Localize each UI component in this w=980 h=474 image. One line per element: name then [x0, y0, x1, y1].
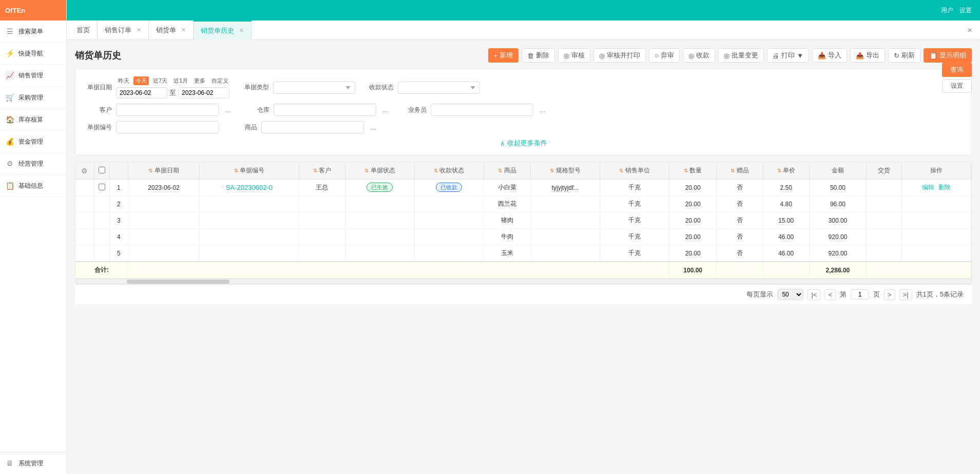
- doc-status-cell: [345, 245, 415, 262]
- export-button[interactable]: 📤 导出: [850, 48, 885, 63]
- payment-status-select[interactable]: [398, 82, 480, 94]
- date-custom-btn[interactable]: 自定义: [209, 76, 230, 85]
- audit-print-button[interactable]: ◎ 审核并打印: [593, 48, 646, 63]
- sidebar-item-inventory-calc[interactable]: 🏠 库存核算: [0, 109, 66, 131]
- horizontal-scrollbar[interactable]: [75, 279, 971, 284]
- warehouse-input[interactable]: [274, 104, 376, 116]
- import-button[interactable]: 📥 导入: [812, 48, 847, 63]
- date-1month-btn[interactable]: 近1月: [171, 76, 190, 85]
- doc-date-cell: 2023-06-02: [128, 180, 200, 196]
- page-header: 销货单历史 + 新增 🗑 删除 ◎ 审核 ◎ 审核并打印: [75, 48, 972, 63]
- sidebar-item-system-mgmt[interactable]: 🖥 系统管理: [0, 452, 66, 474]
- action-cell: [902, 196, 971, 212]
- sidebar-item-operation-mgmt[interactable]: ⚙ 经营管理: [0, 153, 66, 175]
- doc-no-cell: [199, 229, 299, 245]
- refresh-button[interactable]: ↻ 刷新: [888, 48, 920, 63]
- row-no-cell: 5: [109, 245, 128, 262]
- trade-cell: [867, 196, 902, 212]
- price-cell: 4.80: [763, 196, 809, 212]
- row-checkbox[interactable]: [99, 184, 105, 190]
- customer-column-header[interactable]: ⇅ 客户: [299, 162, 345, 180]
- first-page-button[interactable]: |<: [808, 289, 820, 300]
- action-link[interactable]: 编辑: [922, 184, 934, 191]
- sidebar-item-basic-info[interactable]: 📋 基础信息: [0, 175, 66, 197]
- doc-no-input[interactable]: [116, 121, 219, 133]
- print-button[interactable]: 🖨 打印 ▼: [767, 48, 809, 63]
- tab-sales-order[interactable]: 销售订单 ✕: [98, 21, 149, 40]
- add-button[interactable]: + 新增: [488, 48, 519, 63]
- tab-home[interactable]: 首页: [69, 21, 98, 40]
- warehouse-picker-btn[interactable]: ...: [382, 106, 389, 114]
- date-more-btn[interactable]: 更多: [192, 76, 207, 85]
- gear-icon[interactable]: ⚙: [81, 167, 88, 175]
- sidebar-item-label: 系统管理: [18, 459, 43, 468]
- doc-type-select[interactable]: [273, 82, 355, 94]
- unit-cell: 千克: [600, 180, 669, 196]
- goods-column-header[interactable]: ⇅ 商品: [484, 162, 530, 180]
- next-page-button[interactable]: >: [884, 289, 895, 300]
- discard-button[interactable]: ○ 弃审: [649, 48, 680, 63]
- spec-cell: [531, 229, 600, 245]
- sidebar-item-finance-mgmt[interactable]: 💰 资金管理: [0, 131, 66, 153]
- refresh-icon: ↻: [894, 52, 899, 60]
- doc-no-label: 单据编号: [84, 123, 112, 132]
- top-header-settings[interactable]: 设置: [959, 6, 972, 15]
- import-icon: 📥: [818, 52, 826, 60]
- doc-no-link[interactable]: SA-20230602-0: [226, 184, 273, 191]
- scroll-thumb[interactable]: [127, 280, 229, 284]
- price-column-header[interactable]: ⇅ 单价: [763, 162, 809, 180]
- show-detail-button[interactable]: 📋 显示明细: [924, 48, 972, 63]
- tab-sales-history[interactable]: 销货单历史 ✕: [194, 21, 252, 40]
- query-button[interactable]: 查询: [942, 63, 972, 77]
- delete-button[interactable]: 🗑 删除: [522, 48, 555, 63]
- qty-column-header[interactable]: ⇅ 数量: [669, 162, 717, 180]
- page-number-input[interactable]: [851, 289, 869, 300]
- doc-date-column-header[interactable]: ⇅ 单据日期: [128, 162, 200, 180]
- collapse-filter-button[interactable]: ∧ 收起更多条件: [500, 139, 547, 148]
- goods-input[interactable]: [261, 121, 364, 133]
- top-header-user[interactable]: 用户: [941, 6, 953, 15]
- checkbox-cell: [94, 196, 109, 212]
- date-7days-btn[interactable]: 近7天: [151, 76, 169, 85]
- payment-status-column-header[interactable]: ⇅ 收款状态: [414, 162, 484, 180]
- date-start-input[interactable]: [116, 87, 167, 98]
- sort-icon: ⇅: [234, 168, 238, 173]
- page-size-select[interactable]: 50 20 100: [777, 289, 803, 300]
- close-icon[interactable]: ✕: [181, 27, 186, 33]
- sidebar-item-sales-mgmt[interactable]: 📈 销售管理: [0, 65, 66, 87]
- date-end-input[interactable]: [178, 87, 229, 98]
- date-yesterday-btn[interactable]: 昨天: [116, 76, 131, 85]
- collect-button[interactable]: ◎ 收款: [683, 48, 715, 63]
- goods-picker-btn[interactable]: ...: [370, 123, 376, 131]
- action-link[interactable]: 删除: [938, 184, 951, 191]
- unit-column-header[interactable]: ⇅ 销售单位: [600, 162, 669, 180]
- select-all-checkbox[interactable]: [99, 167, 105, 173]
- close-icon[interactable]: ✕: [137, 27, 141, 33]
- sidebar-item-search-menu[interactable]: ☰ 搜索菜单: [0, 21, 66, 43]
- settings-cell: [75, 212, 94, 229]
- close-icon[interactable]: ✕: [239, 27, 244, 34]
- last-page-button[interactable]: >|: [899, 289, 912, 300]
- doc-status-column-header[interactable]: ⇅ 单据状态: [345, 162, 415, 180]
- prev-page-button[interactable]: <: [824, 289, 836, 300]
- gift-column-header[interactable]: ⇅ 赠品: [717, 162, 763, 180]
- row-no-cell: 2: [109, 196, 128, 212]
- sidebar-item-quick-nav[interactable]: ⚡ 快捷导航: [0, 43, 66, 65]
- sidebar-item-purchase-mgmt[interactable]: 🛒 采购管理: [0, 87, 66, 109]
- batch-change-button[interactable]: ◎ 批量变更: [718, 48, 764, 63]
- filter-area: 单据日期 昨天 今天 近7天 近1月 更多 自定义 至: [75, 69, 972, 155]
- customer-input[interactable]: [116, 104, 219, 116]
- amount-cell: 50.00: [809, 180, 866, 196]
- settings-column-header[interactable]: ⚙: [75, 162, 94, 180]
- tab-sales-goods[interactable]: 销货单 ✕: [149, 21, 194, 40]
- salesperson-input[interactable]: [431, 104, 533, 116]
- doc-no-cell: [199, 196, 299, 212]
- doc-no-column-header[interactable]: ⇅ 单据编号: [199, 162, 299, 180]
- customer-picker-btn[interactable]: ...: [225, 106, 231, 114]
- audit-button[interactable]: ◎ 审核: [558, 48, 590, 63]
- date-today-btn[interactable]: 今天: [133, 76, 149, 85]
- spec-column-header[interactable]: ⇅ 规格型号: [531, 162, 600, 180]
- close-all-tabs-button[interactable]: ✕: [962, 27, 977, 34]
- salesperson-picker-btn[interactable]: ...: [540, 106, 546, 114]
- settings-button[interactable]: 设置: [942, 79, 972, 93]
